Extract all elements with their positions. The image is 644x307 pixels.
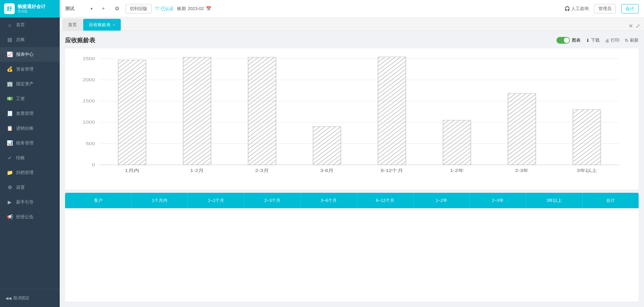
sidebar-item-closing[interactable]: ✓ 结账 [0, 150, 60, 165]
pin-left-icon: ◀◀ [5, 296, 11, 301]
sidebar: 好 畅捷通好会计 专业版 ⌂ 首页 ▤ 总账 📈 报表中心 💰 资金管理 🏢 固… [0, 0, 60, 307]
svg-text:3-6月: 3-6月 [320, 168, 334, 173]
th-2-3month: 2~3个月 [244, 193, 301, 208]
download-button[interactable]: ⬇ 下载 [586, 37, 600, 43]
close-panel-button[interactable]: ✕ [629, 23, 633, 29]
svg-text:1-2年: 1-2年 [450, 168, 464, 173]
workspace-dropdown[interactable]: ▾ [89, 6, 95, 12]
shield-icon: 🛡 [155, 6, 159, 11]
sidebar-item-archive[interactable]: 📁 归档管理 [0, 165, 60, 180]
chart-toggle-wrap: 图表 [556, 37, 581, 44]
svg-text:2500: 2500 [83, 56, 95, 61]
sidebar-item-label: 进销台账 [16, 125, 34, 131]
consult-label: 人工咨询 [571, 6, 589, 12]
bar-1月内 [118, 60, 146, 165]
user-button[interactable]: 管理员 [594, 4, 616, 13]
sidebar-item-invoice[interactable]: 🧾 发票管理 [0, 106, 60, 121]
sidebar-item-general-ledger[interactable]: ▤ 总账 [0, 32, 60, 47]
sidebar-item-tutorial[interactable]: ▶ 新手引导 [0, 195, 60, 210]
sidebar-item-label: 结账 [16, 155, 25, 161]
tutorial-icon: ▶ [7, 199, 13, 205]
refresh-label: 刷新 [630, 37, 639, 43]
refresh-button[interactable]: ↻ 刷新 [625, 37, 639, 43]
sidebar-item-label: 新手引导 [16, 199, 34, 205]
bar-6-12月 [378, 57, 406, 165]
page-actions: 图表 ⬇ 下载 🖨 打印 ↻ 刷新 [556, 37, 639, 44]
settings-icon: ⚙ [7, 184, 13, 190]
consult-button[interactable]: 🎧 人工咨询 [565, 6, 589, 12]
download-icon: ⬇ [586, 38, 590, 43]
tab-close-icon[interactable]: × [113, 23, 115, 27]
period-label: 账期 [177, 6, 186, 12]
print-icon: 🖨 [605, 38, 609, 43]
headset-icon: 🎧 [565, 6, 570, 11]
sidebar-item-label: 设置 [16, 184, 25, 190]
chart-toggle-label: 图表 [572, 37, 581, 43]
th-1month: 1个月内 [131, 193, 188, 208]
sidebar-item-label: 资金管理 [16, 66, 34, 72]
app-logo-icon: 好 [4, 3, 15, 14]
sidebar-item-label: 发票管理 [16, 111, 34, 117]
expand-button[interactable]: ⤢ [636, 23, 640, 29]
topbar-right: 🎧 人工咨询 管理员 会计 [565, 4, 639, 13]
add-button[interactable]: ＋ [98, 4, 109, 13]
chart-container: 0 500 1000 1500 2000 2500 1月内 [65, 48, 639, 189]
calendar-icon[interactable]: 📅 [206, 6, 211, 11]
th-1-2month: 1~2个月 [188, 193, 244, 208]
sidebar-item-label: 归档管理 [16, 170, 34, 176]
archive-icon: 📁 [7, 170, 13, 176]
sidebar-item-fixed-assets[interactable]: 🏢 固定资产 [0, 77, 60, 91]
sidebar-item-label: 税务管理 [16, 140, 34, 146]
print-button[interactable]: 🖨 打印 [605, 37, 620, 43]
svg-text:1月内: 1月内 [125, 168, 139, 173]
tabs-right-controls: ✕ ⤢ [629, 23, 644, 31]
workspace-title: 测试 [65, 6, 85, 12]
page-header: 应收账龄表 图表 ⬇ 下载 🖨 打印 ↻ 刷新 [65, 36, 639, 44]
sidebar-item-label: 固定资产 [16, 81, 34, 87]
table-container: 客户 1个月内 1~2个月 2~3个月 3~6个月 6~12个月 1~2年 2~… [65, 193, 639, 302]
sidebar-item-reports[interactable]: 📈 报表中心 [0, 47, 60, 62]
ledger-icon: ▤ [7, 37, 13, 43]
svg-text:0: 0 [92, 163, 95, 167]
table-header: 客户 1个月内 1~2个月 2~3个月 3~6个月 6~12个月 1~2年 2~… [65, 193, 639, 208]
funds-icon: 💰 [7, 66, 13, 72]
tax-icon: 📊 [7, 140, 13, 146]
cancel-pin-button[interactable]: ◀◀ 取消固定 [0, 292, 60, 304]
switch-old-button[interactable]: 切到旧版 [125, 4, 152, 13]
sidebar-item-funds[interactable]: 💰 资金管理 [0, 62, 60, 77]
bar-2-3年 [508, 93, 536, 165]
salary-icon: 💵 [7, 96, 13, 102]
tab-aging-report[interactable]: 应收账龄表 × [83, 19, 121, 31]
sidebar-item-label: 首页 [16, 22, 25, 28]
bar-1-2月 [183, 57, 211, 165]
th-1-2year: 1~2年 [414, 193, 470, 208]
refresh-icon: ↻ [625, 38, 629, 43]
settings-button[interactable]: ⚙ [112, 4, 122, 13]
sidebar-item-salary[interactable]: 💵 工资 [0, 91, 60, 106]
bar-2-3月 [248, 57, 276, 165]
home-icon: ⌂ [7, 22, 13, 28]
tab-home[interactable]: 首页 [62, 19, 83, 31]
sidebar-bottom: ◀◀ 取消固定 [0, 289, 60, 307]
sidebar-item-purchase-sale[interactable]: 📋 进销台账 [0, 121, 60, 136]
certified-label: 已认证 [161, 6, 174, 12]
svg-text:1-2月: 1-2月 [190, 168, 204, 173]
sidebar-item-settings[interactable]: ⚙ 设置 [0, 180, 60, 195]
sidebar-item-announcement[interactable]: 📢 经营公告 [0, 210, 60, 224]
period-value: 2023-02 [188, 6, 204, 11]
chart-toggle[interactable] [556, 37, 570, 44]
th-6-12month: 6~12个月 [357, 193, 414, 208]
bar-1-2年 [443, 120, 471, 165]
certified-badge: 🛡 已认证 [155, 6, 174, 12]
sidebar-item-tax[interactable]: 📊 税务管理 [0, 136, 60, 150]
period-info: 账期 2023-02 📅 [177, 6, 211, 12]
svg-text:2-3月: 2-3月 [255, 168, 269, 173]
sidebar-item-label: 工资 [16, 96, 25, 102]
th-2-3year: 2~3年 [470, 193, 526, 208]
role-button[interactable]: 会计 [621, 4, 639, 13]
invoice-icon: 🧾 [7, 111, 13, 117]
sidebar-scroll: ⌂ 首页 ▤ 总账 📈 报表中心 💰 资金管理 🏢 固定资产 💵 工资 🧾 发票… [0, 17, 60, 289]
sidebar-item-home[interactable]: ⌂ 首页 [0, 17, 60, 32]
tabsbar: 首页 应收账龄表 × ✕ ⤢ [60, 17, 644, 31]
app-name-block: 畅捷通好会计 专业版 [17, 4, 46, 14]
